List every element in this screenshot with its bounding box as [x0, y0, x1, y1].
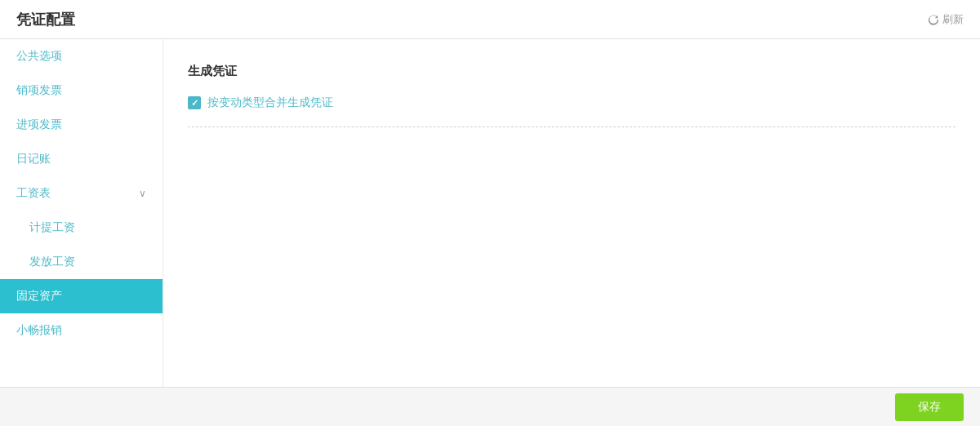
refresh-label: 刷新 — [942, 12, 964, 27]
sidebar-item-fixed-assets-label: 固定资产 — [16, 289, 62, 304]
header: 凭证配置 刷新 — [0, 0, 980, 39]
merge-voucher-checkbox[interactable] — [188, 96, 201, 109]
merge-voucher-label: 按变动类型合并生成凭证 — [207, 95, 333, 110]
sidebar-item-purchase-invoice-label: 进项发票 — [16, 118, 62, 132]
body: 公共选项 销项发票 进项发票 日记账 工资表 ∨ 计提工资 发放工资 固定资 — [0, 39, 980, 387]
sidebar-item-public-label: 公共选项 — [16, 49, 62, 64]
save-button[interactable]: 保存 — [895, 393, 964, 421]
chevron-down-icon: ∨ — [139, 188, 146, 199]
sidebar-item-payroll-distribute[interactable]: 发放工资 — [0, 245, 163, 279]
sidebar-item-payroll-provision-label: 计提工资 — [29, 220, 75, 235]
main-content: 生成凭证 按变动类型合并生成凭证 — [163, 39, 980, 387]
sidebar-item-payroll-label: 工资表 — [16, 186, 51, 201]
app-container: 凭证配置 刷新 公共选项 销项发票 进项发票 日记账 工资表 — [0, 0, 980, 426]
sidebar-item-journal[interactable]: 日记账 — [0, 142, 163, 176]
page-title: 凭证配置 — [16, 10, 75, 29]
sidebar-item-sales-invoice[interactable]: 销项发票 — [0, 73, 163, 108]
sidebar-item-purchase-invoice[interactable]: 进项发票 — [0, 108, 163, 142]
sidebar-item-fixed-assets[interactable]: 固定资产 — [0, 279, 163, 313]
checkbox-row: 按变动类型合并生成凭证 — [188, 95, 956, 110]
sidebar-item-public[interactable]: 公共选项 — [0, 39, 163, 73]
sidebar-item-journal-label: 日记账 — [16, 152, 51, 166]
sidebar-item-payroll[interactable]: 工资表 ∨ — [0, 176, 163, 211]
sidebar-item-payroll-distribute-label: 发放工资 — [29, 255, 75, 269]
sidebar-item-payroll-provision[interactable]: 计提工资 — [0, 211, 163, 245]
sidebar: 公共选项 销项发票 进项发票 日记账 工资表 ∨ 计提工资 发放工资 固定资 — [0, 39, 163, 387]
refresh-icon — [928, 14, 939, 25]
sidebar-item-expense[interactable]: 小畅报销 — [0, 313, 163, 348]
footer: 保存 — [0, 387, 980, 426]
sidebar-item-expense-label: 小畅报销 — [16, 323, 62, 338]
section-title: 生成凭证 — [188, 64, 956, 79]
refresh-button[interactable]: 刷新 — [928, 12, 964, 27]
sidebar-item-sales-invoice-label: 销项发票 — [16, 83, 62, 98]
section-divider — [188, 126, 956, 127]
